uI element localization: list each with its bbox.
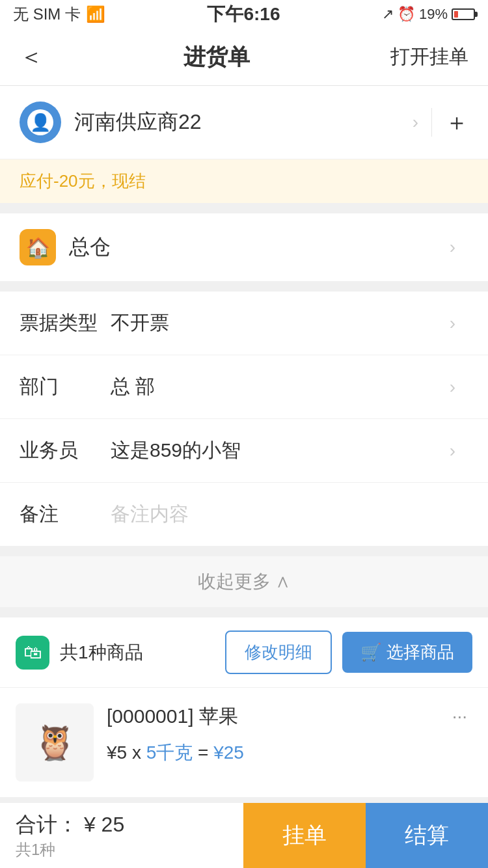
- product-price: ¥5 x 5千克 = ¥25: [107, 740, 447, 765]
- footer-count: 共1种: [16, 839, 228, 860]
- product-item: 🦉 [0000001] 苹果 ¥5 x 5千克 = ¥25 ···: [0, 688, 488, 797]
- page-title: 进货单: [183, 42, 250, 72]
- select-product-label: 选择商品: [386, 641, 454, 664]
- department-value: 总 部: [111, 373, 450, 400]
- nav-bar: ＜ 进货单 打开挂单: [0, 29, 488, 86]
- status-left: 无 SIM 卡 📶: [13, 4, 105, 25]
- supplier-divider: [431, 108, 432, 137]
- avatar-icon: 👤: [27, 109, 53, 135]
- footer-total: 合计： ¥ 25 共1种: [0, 811, 243, 860]
- checkout-button[interactable]: 结算: [366, 803, 488, 868]
- open-hang-button[interactable]: 打开挂单: [390, 44, 468, 70]
- warehouse-name: 总仓: [69, 233, 450, 262]
- product-quantity: 5千克: [146, 742, 193, 763]
- warehouse-icon: 🏠: [20, 229, 56, 265]
- warehouse-icon-symbol: 🏠: [26, 236, 50, 259]
- status-time: 下午6:16: [207, 2, 280, 27]
- supplier-row[interactable]: 👤 河南供应商22 › ＋: [0, 86, 488, 159]
- department-chevron: ›: [450, 377, 455, 398]
- back-button[interactable]: ＜: [20, 41, 43, 73]
- supplier-section: 👤 河南供应商22 › ＋ 应付-20元，现结: [0, 86, 488, 203]
- product-bag-icon: 🛍: [23, 642, 42, 663]
- product-header: 🛍 共1种商品 修改明细 🛒 选择商品: [0, 617, 488, 688]
- wifi-icon: 📶: [86, 5, 105, 23]
- footer-total-amount: ¥ 25: [84, 813, 124, 836]
- product-total-price: ¥25: [213, 742, 244, 763]
- edit-detail-button[interactable]: 修改明细: [225, 631, 332, 674]
- product-thumbnail: 🦉: [16, 703, 94, 781]
- product-code: [0000001] 苹果: [107, 705, 238, 727]
- supplier-name: 河南供应商22: [74, 108, 413, 137]
- collapse-button[interactable]: 收起更多 ∧: [0, 556, 488, 607]
- battery-percent: 19%: [419, 6, 448, 23]
- supplier-chevron-icon: ›: [413, 112, 418, 133]
- product-name: [0000001] 苹果: [107, 703, 447, 730]
- salesperson-chevron: ›: [450, 441, 455, 461]
- invoice-type-label: 票据类型: [20, 310, 111, 336]
- product-section: 🛍 共1种商品 修改明细 🛒 选择商品 🦉 [0000001] 苹果 ¥5 x …: [0, 617, 488, 797]
- hang-order-button[interactable]: 挂单: [243, 803, 366, 868]
- location-icon: ↗: [382, 6, 394, 23]
- alarm-icon: ⏰: [398, 6, 415, 23]
- select-product-button[interactable]: 🛒 选择商品: [342, 632, 472, 673]
- supplier-avatar: 👤: [20, 102, 61, 143]
- battery-fill: [454, 11, 458, 18]
- remark-placeholder: 备注内容: [111, 501, 468, 528]
- warehouse-section: 🏠 总仓 ›: [0, 213, 488, 281]
- product-count-icon: 🛍: [16, 636, 49, 670]
- form-section: 票据类型 不开票 › 部门 总 部 › 业务员 这是859的小智 › 备注 备注…: [0, 292, 488, 546]
- footer-amount: 合计： ¥ 25: [16, 811, 228, 839]
- remark-label: 备注: [20, 501, 111, 528]
- warehouse-chevron-icon: ›: [450, 237, 455, 258]
- product-more-button[interactable]: ···: [447, 703, 472, 729]
- carrier-text: 无 SIM 卡: [13, 4, 81, 25]
- status-right: ↗ ⏰ 19%: [382, 6, 475, 23]
- product-unit-price: ¥5 x: [107, 742, 146, 763]
- remark-row[interactable]: 备注 备注内容: [0, 483, 488, 546]
- invoice-type-chevron: ›: [450, 313, 455, 334]
- salesperson-row[interactable]: 业务员 这是859的小智 ›: [0, 419, 488, 483]
- footer-total-label: 合计：: [16, 813, 78, 836]
- invoice-type-row[interactable]: 票据类型 不开票 ›: [0, 292, 488, 355]
- product-count-text: 共1种商品: [60, 640, 225, 665]
- salesperson-label: 业务员: [20, 437, 111, 464]
- product-equals: =: [193, 742, 213, 763]
- product-thumb-icon: 🦉: [34, 723, 76, 763]
- invoice-type-value: 不开票: [111, 310, 450, 336]
- product-info: [0000001] 苹果 ¥5 x 5千克 = ¥25: [107, 703, 447, 765]
- select-product-icon: 🛒: [360, 642, 381, 662]
- supplier-notice: 应付-20元，现结: [0, 159, 488, 203]
- salesperson-value: 这是859的小智: [111, 437, 450, 464]
- status-bar: 无 SIM 卡 📶 下午6:16 ↗ ⏰ 19%: [0, 0, 488, 29]
- add-supplier-button[interactable]: ＋: [445, 107, 468, 139]
- department-label: 部门: [20, 373, 111, 400]
- footer: 合计： ¥ 25 共1种 挂单 结算: [0, 803, 488, 868]
- battery-icon: [452, 8, 475, 20]
- warehouse-row[interactable]: 🏠 总仓 ›: [0, 213, 488, 281]
- department-row[interactable]: 部门 总 部 ›: [0, 355, 488, 419]
